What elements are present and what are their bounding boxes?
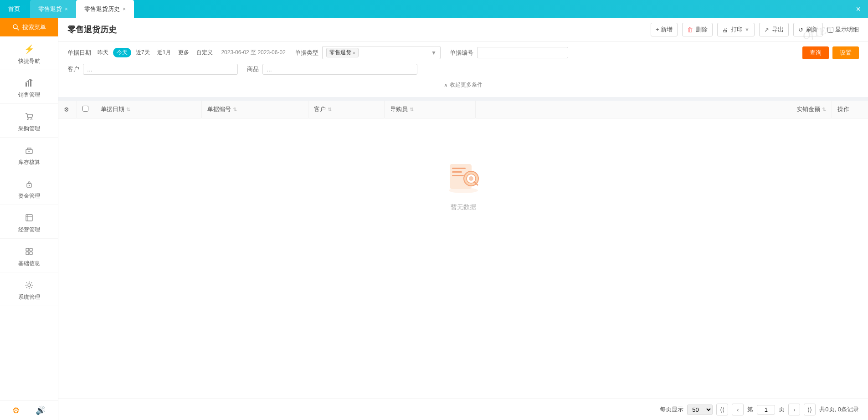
- doc-number-filter-group: 单据编号: [450, 47, 568, 58]
- collapse-icon: ∧: [444, 82, 448, 88]
- doc-type-select[interactable]: 零售退货 × ▼: [322, 46, 441, 59]
- th-doc-number-label: 单据编号: [207, 105, 231, 113]
- date-btn-1month[interactable]: 近1月: [154, 48, 174, 57]
- th-settings[interactable]: ⚙: [58, 101, 77, 118]
- refresh-button[interactable]: ↺ 刷新: [793, 23, 823, 36]
- empty-state-text: 暂无数据: [451, 203, 476, 211]
- refresh-button-label: 刷新: [806, 26, 818, 34]
- sidebar-menu: ⚡ 快捷导航 销售管理: [0, 36, 58, 400]
- date-btn-today[interactable]: 今天: [113, 48, 131, 57]
- th-amount[interactable]: 实销金额 ⇅: [476, 101, 832, 118]
- goods-label: 商品: [247, 65, 259, 73]
- sidebar-item-operations[interactable]: 经营管理: [0, 205, 58, 239]
- delete-icon: 🗑: [687, 26, 693, 33]
- new-button[interactable]: + 新增: [651, 23, 678, 36]
- th-actions: 操作: [832, 101, 868, 118]
- sidebar-item-sales-mgmt[interactable]: 销售管理: [0, 70, 58, 104]
- th-checkbox[interactable]: [77, 101, 95, 118]
- sales-mgmt-icon: [23, 77, 36, 89]
- page-title: 零售退货历史: [67, 24, 117, 35]
- sidebar-item-quick-nav[interactable]: ⚡ 快捷导航: [0, 36, 58, 70]
- tab-retail-return-history[interactable]: 零售退货历史 ×: [76, 0, 134, 18]
- sidebar-search[interactable]: 搜索菜单: [0, 18, 58, 36]
- sidebar-item-quick-nav-label: 快捷导航: [18, 57, 40, 65]
- page-number-input[interactable]: 1: [757, 405, 775, 415]
- tab-retail-return-history-close[interactable]: ×: [123, 6, 126, 12]
- export-button[interactable]: ↗ 导出: [759, 23, 789, 36]
- query-actions: 查询 设置: [802, 46, 859, 59]
- sidebar-item-basic-info[interactable]: 基础信息: [0, 239, 58, 272]
- print-button-label: 打印: [731, 26, 743, 34]
- sidebar-item-inventory[interactable]: 库存核算: [0, 138, 58, 171]
- date-btn-custom[interactable]: 自定义: [194, 48, 216, 57]
- th-doc-date[interactable]: 单据日期 ⇅: [95, 101, 201, 118]
- filter-row-1: 单据日期 昨天 今天 近7天 近1月 更多 自定义 2023-06-02 至 2…: [67, 46, 859, 59]
- th-customer-sort-icon: ⇅: [328, 107, 332, 113]
- basic-info-icon: [23, 245, 36, 258]
- sidebar-item-finance[interactable]: 资金管理: [0, 171, 58, 205]
- display-detail-label: 显示明细: [835, 26, 859, 34]
- total-records-label: 共0页, 0条记录: [819, 405, 859, 414]
- th-doc-number[interactable]: 单据编号 ⇅: [201, 101, 308, 118]
- th-doc-date-label: 单据日期: [101, 105, 124, 113]
- purchase-mgmt-icon: [23, 110, 36, 123]
- refresh-icon: ↺: [798, 26, 803, 33]
- doc-number-input[interactable]: [477, 47, 568, 58]
- goods-filter-group: 商品 ...: [247, 64, 417, 75]
- th-guide[interactable]: 导购员 ⇅: [384, 101, 475, 118]
- delete-button-label: 删除: [696, 26, 708, 34]
- doc-type-chevron-icon: ▼: [431, 50, 437, 56]
- query-button[interactable]: 查询: [802, 46, 829, 59]
- column-settings-icon[interactable]: ⚙: [64, 106, 69, 113]
- sidebar-item-inventory-label: 库存核算: [18, 159, 40, 166]
- th-actions-label: 操作: [837, 106, 849, 113]
- svg-rect-14: [26, 248, 29, 251]
- delete-button[interactable]: 🗑 删除: [682, 23, 713, 36]
- date-btn-more[interactable]: 更多: [175, 48, 192, 57]
- page-size-select[interactable]: 20 50 100: [687, 405, 713, 415]
- page-header-top: 零售退货历史 + 新增 🗑 删除 🖨 打印 ▼ ↗: [67, 23, 859, 36]
- filter-row-2: 客户 ... 商品 ...: [67, 64, 859, 75]
- sidebar-bottom: ⚙ 🔊: [0, 400, 58, 420]
- date-btn-yesterday[interactable]: 昨天: [95, 48, 111, 57]
- display-detail-checkbox[interactable]: [827, 27, 833, 33]
- page-first-button[interactable]: ⟨⟨: [716, 404, 728, 415]
- customer-select[interactable]: ...: [83, 64, 238, 75]
- doc-type-tag-close[interactable]: ×: [353, 50, 355, 56]
- window-close-button[interactable]: ×: [856, 5, 861, 14]
- svg-rect-17: [30, 252, 32, 255]
- svg-rect-22: [452, 171, 462, 173]
- date-btn-7days[interactable]: 近7天: [133, 48, 153, 57]
- table-header-row: ⚙ 单据日期 ⇅ 单据编号: [58, 101, 868, 118]
- sidebar-item-purchase-mgmt-label: 采购管理: [18, 125, 40, 133]
- sidebar-item-system-mgmt[interactable]: 系统管理: [0, 272, 58, 306]
- settings-bottom-icon[interactable]: ⚙: [12, 405, 20, 415]
- finance-icon: [23, 178, 36, 190]
- settings-button[interactable]: 设置: [832, 46, 859, 59]
- tab-home[interactable]: 首页: [0, 0, 28, 18]
- tab-home-label: 首页: [8, 5, 20, 13]
- page-last-button[interactable]: ⟩⟩: [804, 404, 816, 415]
- page-next-button[interactable]: ›: [788, 404, 800, 415]
- collapse-bar[interactable]: ∧ 收起更多条件: [67, 79, 859, 92]
- page-prev-button[interactable]: ‹: [732, 404, 744, 415]
- sidebar-item-purchase-mgmt[interactable]: 采购管理: [0, 104, 58, 138]
- search-icon: [12, 24, 20, 31]
- doc-type-tag-label: 零售退货: [329, 49, 351, 56]
- empty-row: 暂无数据: [58, 118, 868, 248]
- svg-point-10: [28, 185, 29, 186]
- export-button-label: 导出: [772, 26, 784, 34]
- th-customer[interactable]: 客户 ⇅: [308, 101, 385, 118]
- page-label-prefix: 第: [747, 405, 753, 414]
- print-button[interactable]: 🖨 打印 ▼: [717, 23, 755, 36]
- tab-retail-return-label: 零售退货: [38, 5, 62, 13]
- customer-placeholder: ...: [87, 66, 92, 73]
- volume-bottom-icon[interactable]: 🔊: [36, 405, 46, 415]
- select-all-checkbox[interactable]: [82, 106, 88, 112]
- tab-retail-return[interactable]: 零售退货 ×: [30, 0, 76, 18]
- tab-retail-return-close[interactable]: ×: [65, 6, 68, 12]
- empty-state: 暂无数据: [58, 118, 868, 248]
- collapse-label: 收起更多条件: [450, 81, 483, 89]
- goods-select[interactable]: ...: [262, 64, 417, 75]
- sidebar-item-finance-label: 资金管理: [18, 192, 40, 200]
